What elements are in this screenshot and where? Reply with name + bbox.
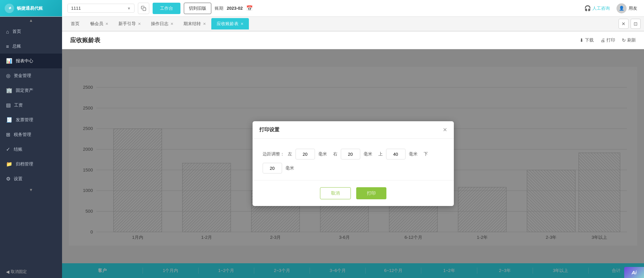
download-button[interactable]: ⬇ 下载 xyxy=(580,37,594,43)
tab-member[interactable]: 畅会员 ✕ xyxy=(86,18,113,29)
dropdown-icon: ▼ xyxy=(127,6,131,10)
page-header: 应收账龄表 ⬇ 下载 🖨 打印 ↻ 刷新 xyxy=(62,31,644,49)
copy-button[interactable] xyxy=(138,3,149,14)
download-icon: ⬇ xyxy=(580,38,584,43)
sidebar-item-home[interactable]: ⌂ 首页 xyxy=(0,24,62,39)
page-title: 应收账龄表 xyxy=(70,36,100,44)
sidebar-item-archive[interactable]: 📁 归档管理 xyxy=(0,157,62,171)
modal-close-button[interactable]: ✕ xyxy=(443,127,447,133)
bottom-unit-label: 毫米 xyxy=(285,165,294,171)
settings-icon: ⚙ xyxy=(6,176,10,182)
sidebar-label-tax: 税务管理 xyxy=(14,132,31,138)
modal-footer: 取消 打印 xyxy=(253,180,454,206)
sidebar-item-tax[interactable]: ⊞ 税务管理 xyxy=(0,127,62,142)
scroll-up-button[interactable]: ▲ xyxy=(0,17,62,24)
left-direction-label: 左 xyxy=(288,151,292,157)
period-label: 账期 xyxy=(215,5,223,11)
period-value: 2023-02 xyxy=(227,6,243,11)
tax-icon: ⊞ xyxy=(6,132,10,138)
cancel-fixed-label: 取消固定 xyxy=(11,269,27,275)
tab-guide[interactable]: 新手引导 ✕ xyxy=(114,18,146,29)
user-area[interactable]: 👤 用友 xyxy=(616,3,637,13)
checkout-icon: ✓ xyxy=(6,146,10,152)
confirm-print-button[interactable]: 打印 xyxy=(356,187,386,199)
sidebar-item-assets[interactable]: 🏢 固定资产 xyxy=(0,83,62,98)
right-unit-label: 毫米 xyxy=(364,151,372,157)
unpin-icon: ◀ xyxy=(6,269,9,274)
ledger-icon: ≡ xyxy=(6,44,9,49)
ai-label: Ai xyxy=(632,270,637,275)
tab-guide-close[interactable]: ✕ xyxy=(138,22,141,26)
reports-icon: 📊 xyxy=(6,58,12,64)
refresh-button[interactable]: ↻ 刷新 xyxy=(622,37,636,43)
headset-icon: 🎧 xyxy=(584,5,591,11)
tab-member-label: 畅会员 xyxy=(90,21,103,27)
tab-period-end[interactable]: 期末结转 ✕ xyxy=(179,18,211,29)
right-margin-input[interactable] xyxy=(341,149,360,159)
company-selector[interactable]: 1111 ▼ xyxy=(67,4,135,13)
username: 用友 xyxy=(629,5,637,11)
consultant-label: 人工咨询 xyxy=(592,5,610,11)
modal-title: 打印设置 xyxy=(259,127,279,133)
tab-oplog[interactable]: 操作日志 ✕ xyxy=(146,18,178,29)
avatar: 👤 xyxy=(616,3,627,13)
calendar-icon[interactable]: 📅 xyxy=(246,5,253,11)
top-direction-label: 上 xyxy=(378,151,383,157)
tab-home[interactable]: 首页 xyxy=(65,18,85,29)
tab-home-label: 首页 xyxy=(71,21,79,27)
copy-icon xyxy=(141,6,146,11)
top-unit-label: 毫米 xyxy=(409,151,418,157)
home-icon: ⌂ xyxy=(6,29,9,34)
ai-badge[interactable]: Ai xyxy=(624,267,644,278)
tab-close-all-button[interactable]: ✕ xyxy=(619,19,629,29)
svg-rect-0 xyxy=(143,8,146,11)
sidebar-item-invoice[interactable]: 🧾 发票管理 xyxy=(0,113,62,127)
tab-guide-label: 新手引导 xyxy=(118,21,136,27)
funds-icon: ◎ xyxy=(6,73,10,79)
refresh-icon: ↻ xyxy=(622,38,626,43)
tab-expand-button[interactable]: ⊡ xyxy=(631,19,641,29)
modal-body: 边距调整： 左 毫米 右 毫米 上 毫米 下 毫 xyxy=(253,139,454,180)
left-margin-input[interactable] xyxy=(296,149,315,159)
left-unit-label: 毫米 xyxy=(318,151,327,157)
print-button[interactable]: 🖨 打印 xyxy=(600,37,615,43)
right-direction-label: 右 xyxy=(333,151,337,157)
sidebar-label-home: 首页 xyxy=(12,28,21,34)
sidebar-item-salary[interactable]: ▤ 工资 xyxy=(0,98,62,113)
assets-icon: 🏢 xyxy=(6,87,12,93)
invoice-icon: 🧾 xyxy=(6,117,12,123)
sidebar-item-settings[interactable]: ⚙ 设置 xyxy=(0,171,62,186)
tab-ar-aging[interactable]: 应收账龄表 ✕ xyxy=(211,18,249,29)
sidebar-item-funds[interactable]: ◎ 资金管理 xyxy=(0,68,62,83)
sidebar-label-settings: 设置 xyxy=(14,176,22,182)
sidebar-label-checkout: 结账 xyxy=(14,146,22,152)
tab-period-end-close[interactable]: ✕ xyxy=(203,22,206,26)
sidebar-label-funds: 资金管理 xyxy=(14,73,31,79)
cancel-print-button[interactable]: 取消 xyxy=(320,187,351,199)
sidebar-item-ledger[interactable]: ≡ 总账 xyxy=(0,39,62,54)
scroll-down-button[interactable]: ▼ xyxy=(0,186,62,194)
sidebar-item-reports[interactable]: 📊 报表中心 xyxy=(0,54,62,68)
cancel-fixed-button[interactable]: ◀ 取消固定 xyxy=(0,266,62,278)
consultant-area[interactable]: 🎧 人工咨询 xyxy=(584,5,610,11)
sidebar-item-checkout[interactable]: ✓ 结账 xyxy=(0,142,62,157)
workbench-button[interactable]: 工作台 xyxy=(153,3,180,14)
tab-ar-aging-label: 应收账龄表 xyxy=(217,21,238,27)
tab-oplog-close[interactable]: ✕ xyxy=(170,22,173,26)
bottom-direction-label: 下 xyxy=(424,151,428,157)
app-title: 畅捷通易代账 xyxy=(17,5,43,11)
tab-bar: 首页 畅会员 ✕ 新手引导 ✕ 操作日志 ✕ 期末结转 ✕ 应收账龄表 ✕ xyxy=(62,17,644,31)
switch-version-button[interactable]: 切到旧版 xyxy=(184,3,211,14)
sidebar-label-ledger: 总账 xyxy=(12,43,21,49)
sidebar: ▲ ⌂ 首页 ≡ 总账 📊 报表中心 ◎ 资金管理 🏢 固定资产 ▤ 工资 🧾 … xyxy=(0,17,62,278)
tab-ar-aging-close[interactable]: ✕ xyxy=(240,22,244,26)
tab-member-close[interactable]: ✕ xyxy=(105,22,108,26)
margin-label: 边距调整： xyxy=(263,151,284,157)
tab-period-end-label: 期末结转 xyxy=(183,21,201,27)
logo-icon: ✦ xyxy=(5,4,14,13)
print-settings-dialog: 打印设置 ✕ 边距调整： 左 毫米 右 毫米 上 xyxy=(253,121,454,206)
sidebar-label-archive: 归档管理 xyxy=(16,161,33,167)
bottom-margin-input[interactable] xyxy=(263,163,282,173)
top-margin-input[interactable] xyxy=(386,149,406,159)
sidebar-label-assets: 固定资产 xyxy=(16,87,33,93)
